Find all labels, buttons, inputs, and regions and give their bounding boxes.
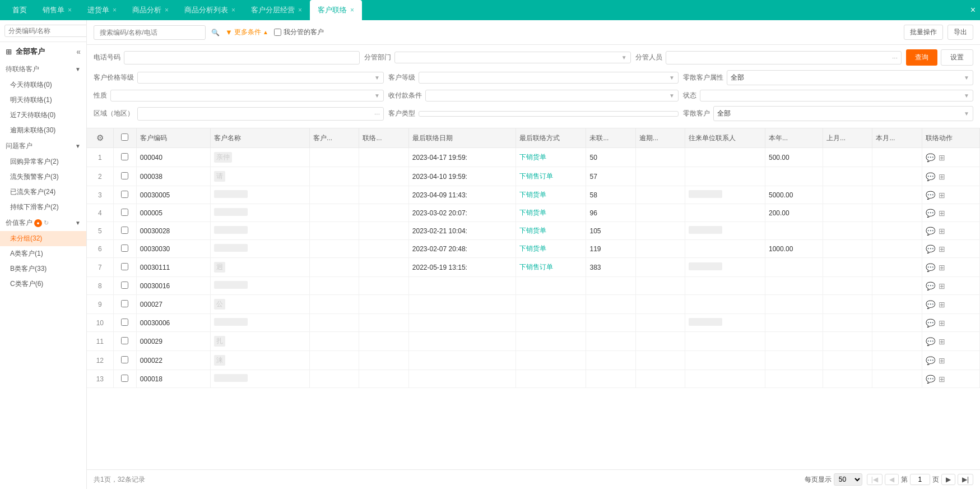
sidebar-item-tomorrow[interactable]: 明天待联络(1) [0, 93, 86, 108]
th-partner[interactable]: 往来单位联系人 [685, 128, 765, 148]
payment-select[interactable]: ▼ [425, 90, 679, 102]
grid-action-icon[interactable]: ⊞ [939, 227, 945, 236]
sidebar-item-7days[interactable]: 近7天待联络(0) [0, 108, 86, 123]
method-link[interactable]: 下销售订单 [519, 172, 553, 180]
method-link[interactable]: 下销货单 [519, 245, 546, 252]
cell-check[interactable] [113, 167, 136, 186]
grid-action-icon[interactable]: ⊞ [939, 209, 945, 218]
cell-check[interactable] [113, 222, 136, 240]
tab-customer-segment-close[interactable]: × [298, 6, 302, 14]
grid-action-icon[interactable]: ⊞ [939, 300, 945, 309]
cell-check[interactable] [113, 204, 136, 222]
last-page-btn[interactable]: ▶| [958, 474, 973, 485]
tab-sales[interactable]: 销售单 × [35, 0, 80, 20]
cell-check[interactable] [113, 258, 136, 277]
window-close-icon[interactable]: × [970, 5, 976, 15]
my-customers-checkbox[interactable]: 我分管的客户 [274, 27, 324, 37]
grid-action-icon[interactable]: ⊞ [939, 356, 945, 365]
th-lastmonth[interactable]: 上月... [823, 128, 872, 148]
cell-check[interactable] [113, 370, 136, 388]
page-input[interactable] [910, 474, 930, 485]
sidebar-item-churn-warn[interactable]: 流失预警客户(3) [0, 169, 86, 184]
tab-customer-contact-close[interactable]: × [350, 6, 354, 14]
chat-icon[interactable]: 💬 [926, 319, 935, 327]
region-select[interactable]: ··· [137, 107, 384, 121]
gender-select[interactable]: ▼ [110, 90, 384, 102]
person-select[interactable]: ··· [666, 51, 902, 64]
chat-icon[interactable]: 💬 [926, 375, 935, 384]
sidebar-item-abnormal[interactable]: 回购异常客户(2) [0, 154, 86, 169]
cell-check[interactable] [113, 277, 136, 295]
th-thisyear[interactable]: 本年... [765, 128, 823, 148]
tab-home[interactable]: 首页 [4, 0, 35, 20]
grid-action-icon[interactable]: ⊞ [939, 337, 945, 346]
cell-check[interactable] [113, 240, 136, 258]
chat-icon[interactable]: 💬 [926, 209, 935, 218]
phone-input[interactable] [124, 51, 360, 64]
grid-action-icon[interactable]: ⊞ [939, 319, 945, 327]
grid-action-icon[interactable]: ⊞ [939, 375, 945, 384]
sidebar-item-class-a[interactable]: A类客户(1) [0, 246, 86, 261]
customer-level-select[interactable]: ▼ [419, 72, 679, 84]
my-customers-check[interactable] [274, 29, 281, 36]
method-link[interactable]: 下销货单 [519, 209, 546, 216]
chat-icon[interactable]: 💬 [926, 227, 935, 236]
chat-icon[interactable]: 💬 [926, 300, 935, 309]
chat-icon[interactable]: 💬 [926, 153, 935, 162]
th-type[interactable]: 客户... [310, 128, 359, 148]
method-link[interactable]: 下销货单 [519, 153, 546, 161]
sidebar-item-class-c[interactable]: C类客户(6) [0, 276, 86, 292]
tab-product-analysis-close[interactable]: × [165, 6, 169, 14]
tab-purchase-close[interactable]: × [113, 6, 117, 14]
chat-icon[interactable]: 💬 [926, 337, 935, 346]
tab-product-analysis-list[interactable]: 商品分析列表 × [177, 0, 243, 20]
grid-action-icon[interactable]: ⊞ [939, 153, 945, 162]
filter-search-input[interactable] [94, 25, 206, 40]
dept-select[interactable]: ▼ [394, 52, 630, 63]
cell-check[interactable] [113, 186, 136, 204]
status-select[interactable]: ▼ [700, 90, 973, 102]
chat-icon[interactable]: 💬 [926, 356, 935, 365]
page-size-select[interactable]: 50 100 200 [834, 473, 862, 486]
sidebar-item-class-b[interactable]: B类客户(33) [0, 261, 86, 276]
sidebar-group-value[interactable]: 价值客户 ● ↻ ▼ [0, 215, 86, 231]
cell-check[interactable] [113, 351, 136, 370]
batch-ops-button[interactable]: 批量操作 [904, 25, 943, 40]
th-uncontact[interactable]: 未联... [586, 128, 635, 148]
retail-attr-select[interactable]: 全部 ▼ [727, 70, 973, 85]
sidebar-all-customers[interactable]: ⊞ 全部客户 « [0, 42, 86, 61]
th-thismonth[interactable]: 本月... [872, 128, 922, 148]
sidebar-item-ungrouped[interactable]: 未分组(32) [0, 231, 86, 246]
filter-search-icon[interactable]: 🔍 [211, 29, 220, 36]
sidebar-group-waiting[interactable]: 待联络客户 ▼ [0, 61, 86, 77]
chat-icon[interactable]: 💬 [926, 282, 935, 290]
grid-action-icon[interactable]: ⊞ [939, 282, 945, 290]
retail-customer-select[interactable]: 全部 ▼ [713, 106, 973, 121]
sidebar-search-input[interactable] [4, 25, 87, 37]
chat-icon[interactable]: 💬 [926, 191, 935, 200]
tab-product-analysis[interactable]: 商品分析 × [124, 0, 177, 20]
more-conditions-btn[interactable]: ▼ 更多条件 ▲ [225, 27, 268, 37]
method-link[interactable]: 下销货单 [519, 227, 546, 234]
customer-type-select[interactable] [419, 111, 679, 117]
th-code[interactable]: 客户编码 [136, 128, 211, 148]
th-name[interactable]: 客户名称 [211, 128, 310, 148]
method-link[interactable]: 下销售订单 [519, 263, 553, 271]
refresh-icon[interactable]: ↻ [44, 219, 49, 227]
cell-check[interactable] [113, 295, 136, 314]
tab-customer-contact[interactable]: 客户联络 × [310, 0, 362, 20]
th-overdue[interactable]: 逾期... [635, 128, 685, 148]
sidebar-item-overdue[interactable]: 逾期未联络(30) [0, 123, 86, 138]
sidebar-item-declining[interactable]: 持续下滑客户(2) [0, 200, 86, 215]
chat-icon[interactable]: 💬 [926, 263, 935, 272]
select-all-checkbox[interactable] [121, 133, 128, 141]
sidebar-item-churned[interactable]: 已流失客户(24) [0, 184, 86, 200]
tab-sales-close[interactable]: × [68, 6, 72, 14]
first-page-btn[interactable]: |◀ [867, 474, 883, 485]
price-level-select[interactable]: ▼ [137, 72, 384, 84]
export-button[interactable]: 导出 [948, 25, 973, 40]
query-button[interactable]: 查询 [906, 49, 937, 66]
cell-check[interactable] [113, 314, 136, 332]
settings-icon[interactable]: ⚙ [96, 133, 104, 142]
tab-product-analysis-list-close[interactable]: × [231, 6, 235, 14]
